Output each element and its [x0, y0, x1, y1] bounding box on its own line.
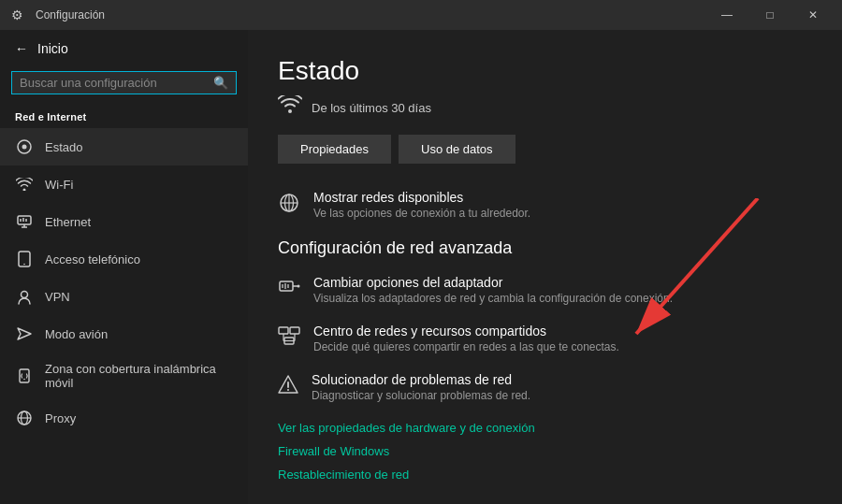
content-area: Estado De los últimos 30 días Propiedade…: [248, 30, 842, 504]
sidebar-item-proxy[interactable]: Proxy: [0, 399, 248, 437]
wifi-status-icon: [278, 95, 302, 120]
maximize-button[interactable]: □: [748, 0, 791, 30]
ethernet-icon: [15, 212, 34, 231]
sidebar-zona-label: Zona con cobertura inalámbrica móvil: [45, 362, 233, 390]
minimize-button[interactable]: —: [705, 0, 748, 30]
propiedades-button[interactable]: Propiedades: [278, 135, 391, 164]
main-container: ← Inicio 🔍 Red e Internet Estado: [0, 30, 842, 504]
sidebar-item-inicio[interactable]: ← Inicio: [0, 30, 248, 67]
svg-point-1: [22, 145, 27, 150]
action-buttons: Propiedades Uso de datos: [278, 135, 812, 164]
sidebar: ← Inicio 🔍 Red e Internet Estado: [0, 30, 248, 504]
title-bar-left: ⚙ Configuración: [11, 7, 105, 22]
title-bar-title: Configuración: [36, 8, 105, 22]
mostrar-redes-option: Mostrar redes disponibles Ve las opcione…: [278, 190, 812, 220]
mobile-hotspot-icon: [15, 367, 34, 385]
cambiar-adaptador-text: Cambiar opciones del adaptador Visualiza…: [313, 275, 673, 305]
sharing-icon: [278, 325, 300, 351]
sidebar-section-label: Red e Internet: [0, 104, 248, 128]
svg-point-34: [287, 389, 289, 391]
solucionador-title[interactable]: Solucionador de problemas de red: [312, 372, 530, 387]
sidebar-avion-label: Modo avión: [45, 327, 108, 341]
advanced-section-title: Configuración de red avanzada: [278, 238, 812, 258]
centro-redes-text: Centro de redes y recursos compartidos D…: [313, 324, 619, 353]
page-title: Estado: [278, 56, 812, 86]
cambiar-adaptador-title[interactable]: Cambiar opciones del adaptador: [313, 275, 673, 290]
title-bar: ⚙ Configuración — □ ✕: [0, 0, 842, 30]
wifi-icon: [15, 175, 34, 194]
adapter-icon: [278, 277, 300, 304]
svg-rect-2: [18, 216, 31, 224]
warning-icon: [278, 374, 298, 399]
uso-datos-button[interactable]: Uso de datos: [399, 135, 515, 164]
connection-text: De los últimos 30 días: [312, 101, 431, 115]
search-input[interactable]: [20, 76, 213, 90]
solucionador-desc: Diagnosticar y solucionar problemas de r…: [312, 389, 530, 402]
sidebar-item-vpn[interactable]: VPN: [0, 278, 248, 315]
cambiar-adaptador-option: Cambiar opciones del adaptador Visualiza…: [278, 275, 812, 305]
svg-point-9: [23, 264, 25, 266]
sidebar-inicio-label: Inicio: [37, 41, 68, 56]
sidebar-item-estado[interactable]: Estado: [0, 128, 248, 166]
sidebar-vpn-label: VPN: [45, 290, 70, 304]
mostrar-redes-title[interactable]: Mostrar redes disponibles: [313, 190, 530, 205]
connection-status: De los últimos 30 días: [278, 95, 812, 120]
link-propiedades-hardware[interactable]: Ver las propiedades de hardware y de con…: [278, 421, 812, 435]
settings-icon: ⚙: [11, 7, 26, 22]
svg-point-22: [298, 285, 300, 288]
search-icon[interactable]: 🔍: [213, 76, 228, 90]
svg-point-10: [22, 292, 28, 298]
mostrar-redes-text: Mostrar redes disponibles Ve las opcione…: [313, 190, 530, 220]
mostrar-redes-desc: Ve las opciones de conexión a tu alreded…: [313, 207, 530, 220]
sidebar-item-wifi[interactable]: Wi-Fi: [0, 166, 248, 203]
sidebar-item-ethernet[interactable]: Ethernet: [0, 203, 248, 240]
sidebar-estado-label: Estado: [45, 140, 82, 154]
sidebar-acceso-label: Acceso telefónico: [45, 252, 140, 266]
sidebar-item-avion[interactable]: Modo avión: [0, 315, 248, 353]
svg-rect-27: [290, 327, 299, 334]
estado-icon: [15, 137, 34, 156]
back-icon: ←: [15, 41, 28, 56]
solucionador-option: Solucionador de problemas de red Diagnos…: [278, 372, 812, 402]
sidebar-item-zona[interactable]: Zona con cobertura inalámbrica móvil: [0, 353, 248, 399]
svg-point-12: [23, 379, 25, 381]
centro-redes-desc: Decide qué quieres compartir en redes a …: [313, 340, 619, 353]
phone-icon: [15, 250, 34, 268]
svg-rect-20: [280, 281, 293, 291]
sidebar-proxy-label: Proxy: [45, 411, 76, 425]
link-restablecimiento[interactable]: Restablecimiento de red: [278, 468, 812, 482]
close-button[interactable]: ✕: [791, 0, 835, 30]
sidebar-ethernet-label: Ethernet: [45, 215, 91, 229]
centro-redes-title[interactable]: Centro de redes y recursos compartidos: [313, 324, 619, 338]
proxy-icon: [15, 409, 34, 427]
sidebar-wifi-label: Wi-Fi: [45, 178, 73, 192]
sidebar-item-acceso[interactable]: Acceso telefónico: [0, 240, 248, 278]
network-globe-icon: [278, 192, 300, 219]
search-box[interactable]: 🔍: [11, 71, 237, 94]
cambiar-adaptador-desc: Visualiza los adaptadores de red y cambi…: [313, 292, 673, 305]
vpn-icon: [15, 287, 34, 306]
link-firewall[interactable]: Firewall de Windows: [278, 444, 812, 458]
plane-icon: [15, 324, 34, 343]
svg-rect-26: [279, 327, 288, 334]
title-bar-controls: — □ ✕: [705, 0, 835, 30]
solucionador-text: Solucionador de problemas de red Diagnos…: [312, 372, 530, 402]
centro-redes-option: Centro de redes y recursos compartidos D…: [278, 324, 812, 353]
